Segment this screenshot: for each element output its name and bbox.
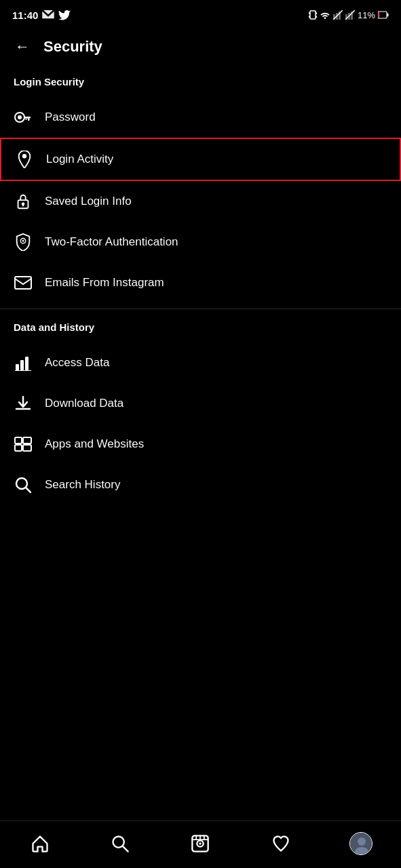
svg-rect-2 — [316, 12, 317, 14]
svg-line-37 — [26, 488, 31, 493]
svg-rect-3 — [309, 16, 310, 18]
status-left: 11:40 — [12, 9, 71, 21]
reels-icon — [191, 834, 210, 853]
svg-rect-1 — [309, 12, 310, 14]
avatar — [349, 832, 373, 855]
svg-rect-0 — [310, 11, 316, 19]
battery-text: 11% — [358, 10, 375, 20]
section-divider — [0, 309, 401, 309]
page-title: Security — [43, 38, 102, 56]
download-data-label: Download Data — [45, 397, 123, 410]
apps-websites-item[interactable]: Apps and Websites — [0, 424, 401, 465]
login-activity-item[interactable]: Login Activity — [0, 138, 401, 181]
svg-rect-27 — [15, 277, 31, 289]
svg-rect-34 — [23, 437, 31, 443]
nav-reels[interactable] — [183, 829, 217, 859]
svg-rect-30 — [25, 357, 28, 370]
data-history-section: Data and History Access Data Download Da… — [0, 315, 401, 505]
apps-icon — [14, 435, 33, 454]
header: ← Security — [0, 27, 401, 69]
two-factor-item[interactable]: Two-Factor Authentication — [0, 222, 401, 262]
vibrate-icon — [309, 9, 317, 20]
battery-icon — [378, 10, 389, 20]
search-history-item[interactable]: Search History — [0, 465, 401, 505]
bottom-nav — [0, 821, 401, 868]
email-icon — [14, 273, 33, 292]
password-label: Password — [45, 111, 96, 124]
password-item[interactable]: Password — [0, 97, 401, 138]
search-nav-icon — [111, 834, 130, 853]
saved-login-item[interactable]: Saved Login Info — [0, 181, 401, 222]
svg-rect-35 — [23, 445, 31, 451]
chart-icon — [14, 353, 33, 372]
svg-rect-33 — [15, 445, 22, 451]
status-time: 11:40 — [12, 9, 38, 21]
home-icon — [31, 834, 50, 853]
two-factor-label: Two-Factor Authentication — [45, 235, 178, 249]
location-icon — [15, 150, 34, 169]
access-data-item[interactable]: Access Data — [0, 342, 401, 383]
twitter-icon — [58, 10, 71, 20]
nav-home[interactable] — [23, 829, 57, 859]
search-history-label: Search History — [45, 478, 120, 492]
access-data-label: Access Data — [45, 356, 109, 370]
svg-point-21 — [22, 154, 27, 159]
login-security-section: Login Security Password Login Activity — [0, 69, 401, 303]
nav-search[interactable] — [103, 829, 137, 859]
svg-rect-15 — [379, 12, 380, 18]
svg-rect-29 — [20, 360, 24, 370]
saved-login-label: Saved Login Info — [45, 195, 132, 208]
emails-item[interactable]: Emails From Instagram — [0, 262, 401, 303]
svg-line-39 — [123, 846, 128, 852]
nav-heart[interactable] — [264, 829, 298, 859]
svg-rect-14 — [387, 14, 389, 17]
search-icon — [14, 475, 33, 494]
svg-rect-18 — [24, 117, 31, 119]
shield-icon — [14, 233, 33, 252]
status-bar: 11:40 — [0, 0, 401, 27]
svg-rect-31 — [15, 370, 31, 371]
signal-off2-icon — [345, 10, 355, 20]
svg-point-26 — [22, 240, 24, 242]
signal-off-icon — [333, 10, 343, 20]
svg-rect-24 — [22, 204, 24, 207]
svg-rect-4 — [316, 16, 317, 18]
apps-websites-label: Apps and Websites — [45, 437, 144, 451]
data-history-header: Data and History — [0, 315, 401, 342]
svg-point-17 — [18, 115, 22, 119]
gmail-icon — [42, 10, 54, 20]
svg-rect-28 — [16, 364, 19, 370]
key-icon — [14, 108, 33, 127]
heart-icon — [271, 834, 290, 853]
back-button[interactable]: ← — [12, 35, 33, 58]
svg-rect-32 — [15, 437, 22, 443]
svg-point-42 — [199, 842, 202, 845]
svg-rect-19 — [28, 119, 30, 121]
wifi-icon — [320, 11, 330, 19]
login-activity-label: Login Activity — [46, 153, 113, 166]
emails-label: Emails From Instagram — [45, 276, 164, 290]
svg-rect-20 — [26, 119, 27, 121]
download-data-item[interactable]: Download Data — [0, 383, 401, 424]
lock-icon — [14, 192, 33, 211]
svg-point-36 — [16, 478, 27, 489]
svg-point-48 — [358, 837, 366, 846]
login-security-header: Login Security — [0, 69, 401, 97]
nav-profile[interactable] — [344, 829, 378, 859]
status-icons: 11% — [309, 9, 389, 20]
download-icon — [14, 394, 33, 413]
